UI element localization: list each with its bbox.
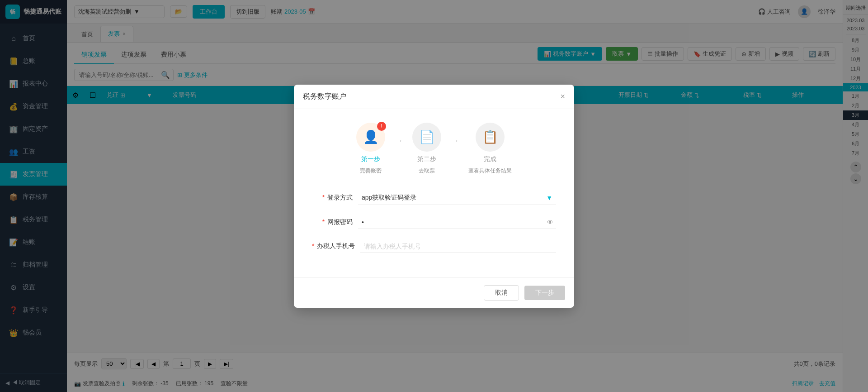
phone-label: * 办税人手机号	[312, 242, 355, 250]
modal-close-btn[interactable]: ×	[560, 92, 565, 101]
step1-desc: 完善账密	[360, 167, 382, 175]
password-label: * 网报密码	[312, 218, 353, 226]
password-input[interactable]	[358, 216, 544, 229]
step-3: 📋 完成 查看具体任务结果	[468, 123, 512, 175]
modal-body: 👤 ! 第一步 完善账密 → 📄 第二步 去取票 →	[294, 109, 574, 277]
tax-account-modal: 税务数字账户 × 👤 ! 第一步 完善账密 →	[294, 85, 574, 308]
cancel-button[interactable]: 取消	[484, 285, 519, 301]
password-row: * 网报密码 👁	[312, 216, 556, 229]
step2-desc: 去取票	[419, 167, 435, 175]
password-input-wrap: 👁	[358, 216, 556, 229]
step2-label: 第二步	[417, 155, 436, 163]
next-button[interactable]: 下一步	[524, 286, 565, 300]
login-method-label: * 登录方式	[312, 194, 353, 202]
modal-header: 税务数字账户 ×	[294, 85, 574, 109]
step3-clipboard-icon: 📋	[482, 129, 498, 144]
login-method-select[interactable]: app获取验证码登录 ▼	[358, 191, 556, 205]
eye-toggle-icon[interactable]: 👁	[544, 219, 556, 226]
step-arrow-2: →	[441, 135, 468, 146]
step2-icon-wrap: 📄	[412, 123, 441, 152]
step3-icon-wrap: 📋	[476, 123, 505, 152]
modal-title: 税务数字账户	[303, 92, 346, 101]
phone-input[interactable]	[360, 240, 556, 253]
step1-error-badge: !	[377, 122, 386, 131]
step1-icon-wrap: 👤 !	[356, 123, 385, 152]
step-2: 📄 第二步 去取票	[412, 123, 441, 175]
select-arrow-icon: ▼	[546, 194, 552, 201]
step2-document-icon: 📄	[419, 129, 435, 144]
modal-overlay: 税务数字账户 × 👤 ! 第一步 完善账密 →	[0, 0, 868, 392]
step1-label: 第一步	[361, 155, 380, 163]
step3-desc: 查看具体任务结果	[468, 167, 512, 175]
step3-label: 完成	[484, 155, 496, 163]
step1-person-icon: 👤	[363, 129, 379, 144]
modal-footer: 取消 下一步	[294, 277, 574, 308]
steps-container: 👤 ! 第一步 完善账密 → 📄 第二步 去取票 →	[312, 123, 556, 175]
phone-row: * 办税人手机号	[312, 240, 556, 253]
step-arrow-1: →	[385, 135, 412, 146]
step-1: 👤 ! 第一步 完善账密	[356, 123, 385, 175]
login-method-row: * 登录方式 app获取验证码登录 ▼	[312, 191, 556, 205]
